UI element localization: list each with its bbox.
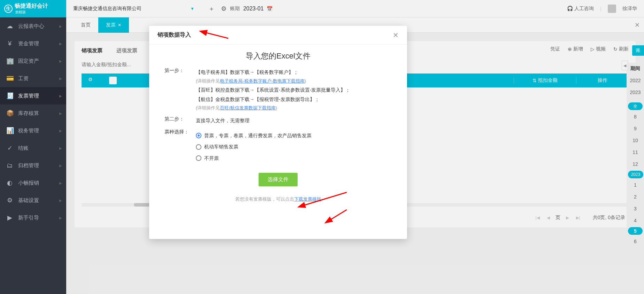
step1-line-b: 【百旺】税控盘数据下载→【系统设置-系统参数设置-发票批量导入】； — [196, 85, 350, 95]
step2-text: 直接导入文件，无需整理 — [196, 116, 250, 125]
choose-file-button[interactable]: 选择文件 — [259, 173, 298, 186]
step1-label: 第一步： — [164, 68, 196, 113]
radio-option-3[interactable]: 不开票 — [196, 154, 312, 163]
step1-hint1: (详细操作见电子税务局-税务数字账户-数电票下载指南) — [196, 77, 350, 86]
import-modal: 销项数据导入 ✕ 导入您的Excel文件 第一步： 【电子税务局】数据下载→【税… — [149, 26, 407, 239]
download-template-link[interactable]: 下载发票模版 — [294, 196, 321, 202]
radio-icon — [196, 144, 201, 150]
type-label: 票种选择： — [164, 129, 196, 165]
template-hint: 若您没有发票模版，可以点击下载发票模版 — [164, 196, 392, 202]
radio-icon — [196, 133, 201, 138]
step1-hint2: (详细操作见百旺/航信发票数据下载指南) — [196, 104, 350, 113]
guide-link-1[interactable]: 电子税务局-税务数字账户-数电票下载指南 — [220, 78, 305, 84]
radio-option-2[interactable]: 机动车销售发票 — [196, 142, 312, 152]
radio-icon — [196, 155, 201, 161]
guide-link-2[interactable]: 百旺/航信发票数据下载指南 — [220, 105, 276, 110]
modal-header: 销项数据导入 ✕ — [149, 26, 407, 45]
modal-title: 销项数据导入 — [158, 31, 191, 39]
radio-option-1[interactable]: 普票，专票，卷票，通行费发票，农产品销售发票 — [196, 131, 312, 140]
step1-line-a: 【电子税务局】数据下载→【税务数字账户】； — [196, 68, 350, 77]
close-icon[interactable]: ✕ — [393, 31, 399, 39]
step2-label: 第二步： — [164, 116, 196, 125]
import-title: 导入您的Excel文件 — [164, 51, 392, 61]
step1-line-c: 【航信】金税盘数据下载→【报税管理-发票数据导出】； — [196, 95, 350, 104]
